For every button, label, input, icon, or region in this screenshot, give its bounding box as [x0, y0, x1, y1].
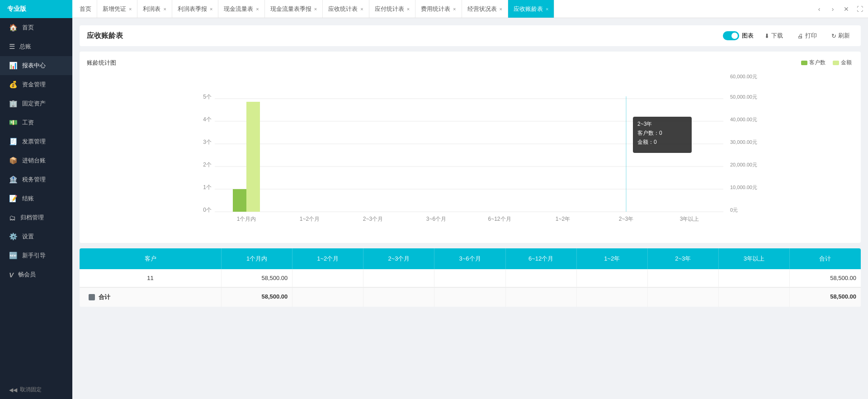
svg-text:1个: 1个	[203, 184, 212, 190]
sidebar-item-member[interactable]: V 畅会员	[0, 265, 72, 284]
cell-y12	[577, 269, 648, 287]
print-label: 打印	[805, 32, 817, 40]
footer-m23	[363, 288, 434, 307]
col-header-m1: 1个月内	[222, 248, 292, 269]
tab-voucher[interactable]: 新增凭证 ×	[97, 0, 137, 18]
tab-cashflow-q-close[interactable]: ×	[314, 6, 317, 12]
svg-text:2个: 2个	[203, 162, 212, 168]
toggle-label: 图表	[742, 32, 754, 40]
tab-aging-close[interactable]: ×	[546, 6, 548, 12]
tab-operation[interactable]: 经营状况表 ×	[462, 0, 508, 18]
svg-text:1~2个月: 1~2个月	[300, 216, 320, 222]
sidebar-item-guide-label: 新手引导	[22, 252, 46, 260]
tab-profit-q-close[interactable]: ×	[210, 6, 212, 12]
footer-label: 合计	[84, 293, 217, 301]
refresh-icon: ↻	[831, 33, 836, 39]
tab-payable-label: 应付统计表	[375, 5, 404, 13]
guide-icon: 🆕	[9, 252, 18, 260]
sidebar-item-settings-label: 设置	[22, 233, 34, 241]
tab-profit[interactable]: 利润表 ×	[137, 0, 172, 18]
tab-cashflow-q[interactable]: 现金流量表季报 ×	[265, 0, 323, 18]
refresh-button[interactable]: ↻ 刷新	[828, 30, 854, 42]
settings-icon: ⚙️	[9, 233, 18, 241]
sidebar-item-salary[interactable]: 💵 工资	[0, 113, 72, 132]
col-header-m23: 2~3个月	[363, 248, 434, 269]
chart-legend: 客户数 金额	[801, 59, 852, 66]
sidebar-item-tax[interactable]: 🏦 税务管理	[0, 170, 72, 189]
footer-m12	[292, 288, 363, 307]
bar-1m-amount	[246, 102, 260, 212]
tab-profit-close[interactable]: ×	[163, 6, 166, 12]
print-button[interactable]: 🖨 打印	[794, 30, 821, 42]
svg-text:5个: 5个	[203, 94, 212, 100]
table-row: 11 58,500.00 58,500.00	[80, 269, 861, 287]
member-icon: V	[9, 271, 14, 279]
svg-text:60,000.00元: 60,000.00元	[730, 74, 757, 79]
svg-text:20,000.00元: 20,000.00元	[730, 162, 757, 167]
sidebar-item-closing[interactable]: 📝 结账	[0, 189, 72, 208]
tab-receivable-close[interactable]: ×	[360, 6, 363, 12]
sidebar-item-funds[interactable]: 💰 资金管理	[0, 75, 72, 94]
main-content: 首页 新增凭证 × 利润表 × 利润表季报 × 现金流量表 × 现金流量表季报 …	[72, 0, 868, 399]
funds-icon: 💰	[9, 81, 18, 89]
sidebar-item-reports[interactable]: 📊 报表中心	[0, 56, 72, 75]
sidebar-unpin-button[interactable]: ◀◀ 取消固定	[0, 380, 72, 399]
tab-expense-label: 费用统计表	[421, 5, 450, 13]
tab-operation-close[interactable]: ×	[500, 6, 502, 12]
tab-payable[interactable]: 应付统计表 ×	[369, 0, 415, 18]
footer-label-cell: 合计	[80, 288, 222, 307]
tab-profit-q-label: 利润表季报	[178, 5, 207, 13]
table-header: 客户 1个月内 1~2个月 2~3个月 3~6个月 6~12个月 1~2年 2~…	[80, 248, 861, 269]
sidebar-item-invoice[interactable]: 🧾 发票管理	[0, 132, 72, 151]
svg-text:30,000.00元: 30,000.00元	[730, 139, 757, 145]
sidebar-item-invoice-label: 发票管理	[22, 138, 46, 146]
tab-next-button[interactable]: ›	[826, 3, 839, 15]
sidebar-item-ledger[interactable]: ☰ 总账	[0, 37, 72, 56]
tab-expand-button[interactable]: ⛶	[854, 3, 866, 15]
tab-voucher-close[interactable]: ×	[129, 6, 132, 12]
tab-close-all-button[interactable]: ✕	[840, 3, 853, 15]
footer-total: 58,500.00	[790, 288, 861, 307]
tab-expense-close[interactable]: ×	[453, 6, 456, 12]
svg-text:40,000.00元: 40,000.00元	[730, 117, 757, 122]
page-header: 应收账龄表 图表 ⬇ 下载 🖨 打印 ↻ 刷新	[80, 25, 861, 46]
svg-text:10,000.00元: 10,000.00元	[730, 185, 757, 190]
sidebar-item-guide[interactable]: 🆕 新手引导	[0, 246, 72, 265]
chart-svg: 0个 1个 2个 3个 4个 5个 0元 10,000.00元 20,000.0…	[87, 71, 854, 234]
bar-1m-customers	[233, 189, 246, 212]
svg-text:3个: 3个	[203, 139, 212, 145]
sidebar-item-inventory[interactable]: 📦 进销台账	[0, 151, 72, 170]
tab-cashflow[interactable]: 现金流量表 ×	[218, 0, 264, 18]
sidebar-item-tax-label: 税务管理	[22, 176, 46, 184]
footer-y3plus	[719, 288, 790, 307]
sidebar-item-assets[interactable]: 🏢 固定资产	[0, 94, 72, 113]
col-header-total: 合计	[790, 248, 861, 269]
tab-aging[interactable]: 应收账龄表 ×	[508, 0, 554, 18]
sidebar-item-settings[interactable]: ⚙️ 设置	[0, 227, 72, 246]
tab-home[interactable]: 首页	[74, 0, 97, 18]
toggle-knob[interactable]	[723, 31, 739, 40]
chart-title: 账龄统计图	[87, 59, 854, 67]
tab-prev-button[interactable]: ‹	[813, 3, 826, 15]
footer-m612	[506, 288, 577, 307]
refresh-label: 刷新	[838, 32, 850, 40]
tab-cashflow-close[interactable]: ×	[256, 6, 259, 12]
tab-profit-q[interactable]: 利润表季报 ×	[172, 0, 218, 18]
col-header-m612: 6~12个月	[506, 248, 577, 269]
tooltip-customers: 客户数：0	[637, 130, 662, 136]
tab-payable-close[interactable]: ×	[407, 6, 410, 12]
chart-toggle[interactable]: 图表	[723, 31, 754, 40]
tab-expense[interactable]: 费用统计表 ×	[415, 0, 462, 18]
col-header-customer: 客户	[80, 248, 222, 269]
sidebar-item-archive[interactable]: 🗂 归档管理	[0, 208, 72, 227]
legend-amount: 金额	[833, 59, 852, 66]
sidebar-item-home[interactable]: 🏠 首页	[0, 18, 72, 37]
tab-receivable[interactable]: 应收统计表 ×	[323, 0, 369, 18]
header-actions: 图表 ⬇ 下载 🖨 打印 ↻ 刷新	[723, 30, 854, 42]
footer-icon	[89, 294, 95, 300]
svg-text:4个: 4个	[203, 116, 212, 123]
tab-operation-label: 经营状况表	[467, 5, 497, 13]
legend-customers: 客户数	[801, 59, 826, 66]
tooltip-period: 2~3年	[637, 121, 652, 127]
download-button[interactable]: ⬇ 下载	[761, 30, 787, 42]
